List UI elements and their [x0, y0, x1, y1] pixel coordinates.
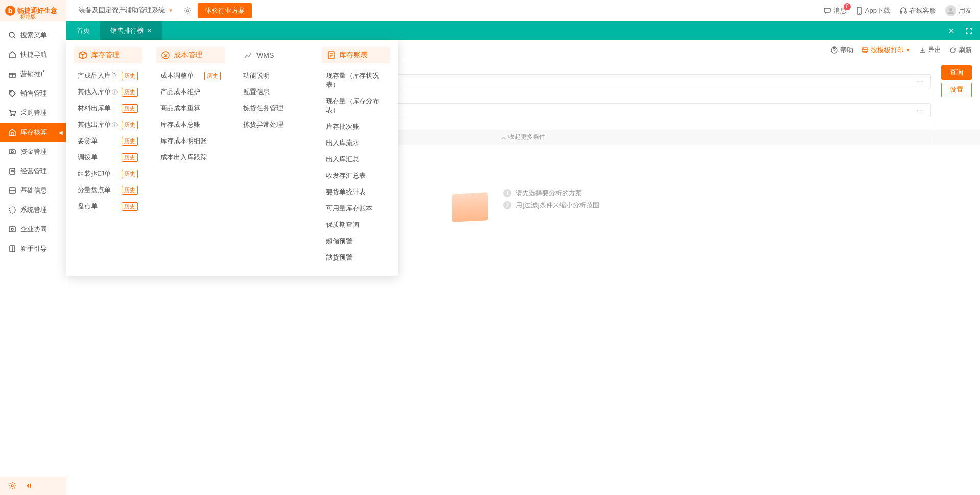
svg-rect-14 [9, 188, 15, 193]
mega-item-label: 产成品入库单 [78, 71, 118, 80]
query-button[interactable]: 查询 [941, 65, 972, 80]
mega-menu-item[interactable]: 收发存汇总表 [322, 168, 390, 184]
sidebar-item-marketing[interactable]: 营销推广 [0, 64, 66, 84]
mega-menu-item[interactable]: 其他出库单ⓘ历史 [74, 116, 142, 133]
mega-menu-item[interactable]: 保质期查询 [322, 217, 390, 233]
mega-header-label: 成本管理 [174, 51, 202, 60]
mega-menu-item[interactable]: 出入库汇总 [322, 151, 390, 168]
tab-close-all-button[interactable] [945, 25, 958, 37]
brand-logo[interactable]: b 畅捷通好生意 标准版 [0, 0, 66, 21]
chevron-down-icon: ▼ [906, 48, 911, 53]
mega-item-label: 出入库流水 [326, 138, 359, 148]
history-tag[interactable]: 历史 [122, 186, 138, 195]
export-icon [919, 46, 926, 54]
close-icon[interactable]: ✕ [147, 27, 152, 34]
collapse-icon[interactable] [26, 482, 34, 490]
mega-item-label: 要货单统计表 [326, 187, 366, 197]
mega-menu-item[interactable]: 现存量（库存状况表） [322, 67, 390, 93]
mega-menu-item[interactable]: 缺货预警 [322, 249, 390, 266]
mega-menu-item[interactable]: 调拨单历史 [74, 149, 142, 166]
sidebar-item-system[interactable]: 系统管理 [0, 200, 66, 220]
mega-menu-item[interactable]: 拣货异常处理 [239, 116, 308, 133]
mega-menu-item[interactable]: 商品成本重算 [156, 100, 225, 116]
settings-button[interactable]: 设置 [941, 83, 972, 97]
sidebar-item-quicknav[interactable]: 快捷导航 [0, 45, 66, 64]
mega-menu-item[interactable]: 功能说明 [239, 67, 308, 84]
sidebar-item-operation[interactable]: 经营管理 [0, 161, 66, 181]
mega-menu-item[interactable]: 出入库流水 [322, 135, 390, 151]
history-tag[interactable]: 历史 [204, 72, 221, 80]
user-menu[interactable]: 用友 [945, 5, 972, 16]
sidebar-item-label: 新手引导 [20, 244, 47, 253]
chart-icon [243, 50, 253, 60]
export-button[interactable]: 导出 [919, 45, 941, 55]
mega-col-inventory: 库存管理 产成品入库单历史其他入库单ⓘ历史材料出库单历史其他出库单ⓘ历史要货单历… [66, 47, 149, 266]
mega-menu-item[interactable]: 超储预警 [322, 233, 390, 249]
history-tag[interactable]: 历史 [122, 153, 138, 162]
brand-edition: 标准版 [20, 13, 36, 20]
svg-point-5 [10, 91, 11, 92]
search-icon [8, 31, 16, 39]
tab-home[interactable]: 首页 [66, 21, 100, 40]
mega-menu-item[interactable]: 配置信息 [239, 84, 308, 100]
svg-rect-26 [900, 11, 902, 13]
online-service-button[interactable]: 在线客服 [899, 6, 936, 15]
sidebar-item-basedata[interactable]: 基础信息 [0, 181, 66, 200]
sidebar-item-purchase[interactable]: 采购管理 [0, 103, 66, 123]
print-template-button[interactable]: 按模板打印 ▼ [861, 45, 911, 55]
mega-item-label: 分量盘点单 [78, 185, 111, 195]
mega-menu-item[interactable]: 分量盘点单历史 [74, 182, 142, 198]
history-tag[interactable]: 历史 [122, 88, 138, 97]
mega-menu-item[interactable]: 其他入库单ⓘ历史 [74, 84, 142, 100]
sidebar-item-guide[interactable]: 新手引导 [0, 239, 66, 258]
collapse-label: 收起更多条件 [508, 133, 545, 140]
sidebar-item-label: 搜索菜单 [20, 31, 47, 40]
refresh-label: 刷新 [959, 45, 972, 55]
headset-icon [899, 7, 907, 15]
mega-menu-item[interactable]: 可用量库存账本 [322, 200, 390, 217]
mega-menu-item[interactable]: 库存成本总账 [156, 116, 225, 133]
history-tag[interactable]: 历史 [122, 104, 138, 113]
app-download-button[interactable]: App下载 [856, 6, 890, 15]
sidebar-item-search[interactable]: 搜索菜单 [0, 26, 66, 45]
mega-menu-item[interactable]: 库存成本明细账 [156, 133, 225, 149]
more-icon[interactable]: ⋯ [914, 78, 926, 85]
mega-menu-item[interactable]: 组装拆卸单历史 [74, 166, 142, 182]
messages-button[interactable]: 消息 6 [823, 6, 847, 15]
mega-menu-item[interactable]: 库存批次账 [322, 119, 390, 135]
svg-rect-17 [9, 227, 15, 232]
history-tag[interactable]: 历史 [122, 170, 138, 178]
refresh-button[interactable]: 刷新 [949, 45, 972, 55]
tab-sales-ranking[interactable]: 销售排行榜 ✕ [100, 21, 162, 40]
mega-item-label: 盘点单 [78, 202, 98, 211]
industry-plan-button[interactable]: 体验行业方案 [198, 3, 252, 18]
sidebar-item-sales[interactable]: 销售管理 [0, 84, 66, 103]
gear-icon[interactable] [183, 7, 192, 15]
help-button[interactable]: 帮助 [831, 45, 853, 55]
sidebar-item-collab[interactable]: 企业协同 [0, 220, 66, 239]
fullscreen-button[interactable] [963, 25, 975, 37]
mega-item-label: 库存成本明细账 [160, 136, 207, 146]
mega-menu-item[interactable]: 成本调整单历史 [156, 67, 225, 84]
history-tag[interactable]: 历史 [122, 137, 138, 146]
mega-menu-item[interactable]: 材料出库单历史 [74, 100, 142, 116]
tabbar: 首页 销售排行榜 ✕ [66, 21, 980, 40]
mega-menu-item[interactable]: 盘点单历史 [74, 198, 142, 215]
mega-menu-item[interactable]: 产品成本维护 [156, 84, 225, 100]
sidebar-item-finance[interactable]: 资金管理 [0, 142, 66, 161]
settings-icon[interactable] [8, 482, 16, 490]
system-selector[interactable]: 装备及固定资产辅助管理系统 ▼ [75, 4, 177, 17]
sidebar-item-inventory[interactable]: 库存核算 ◀ [0, 123, 66, 142]
history-tag[interactable]: 历史 [122, 202, 138, 211]
mega-menu-item[interactable]: 要货单统计表 [322, 184, 390, 200]
mega-menu-item[interactable]: 产成品入库单历史 [74, 67, 142, 84]
clipboard-icon [8, 167, 16, 175]
mega-menu-item[interactable]: 拣货任务管理 [239, 100, 308, 116]
mega-menu-item[interactable]: 要货单历史 [74, 133, 142, 149]
history-tag[interactable]: 历史 [122, 121, 138, 129]
history-tag[interactable]: 历史 [122, 72, 138, 80]
more-icon[interactable]: ⋯ [914, 107, 926, 114]
mega-menu-item[interactable]: 现存量（库存分布表） [322, 93, 390, 119]
mega-menu-item[interactable]: 成本出入库跟踪 [156, 149, 225, 166]
mega-item-label: 其他出库单ⓘ [78, 120, 118, 129]
